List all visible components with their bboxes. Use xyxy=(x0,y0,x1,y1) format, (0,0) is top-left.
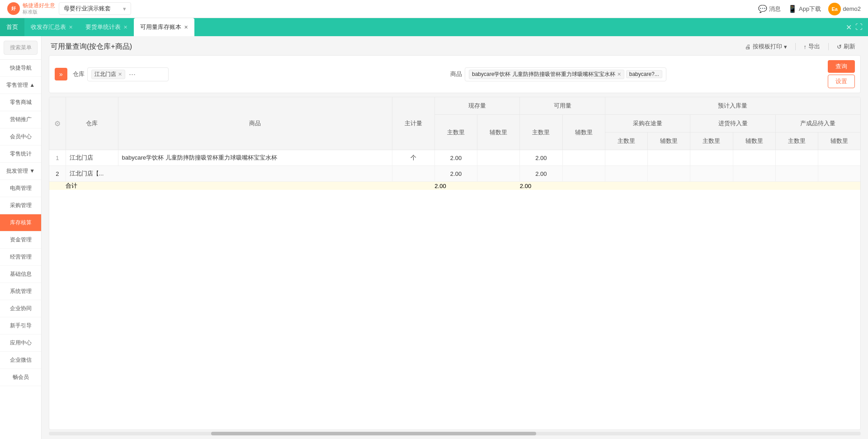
sidebar-item-inventory-check[interactable]: 库存核算 xyxy=(0,214,41,231)
filter-toggle-button[interactable]: » xyxy=(55,68,67,80)
col-purchase-transit-group-header: 采购在途量 xyxy=(605,115,690,132)
filter-actions: 查询 设置 xyxy=(828,60,855,88)
col-stock-main-header: 主数里 xyxy=(434,115,477,150)
sidebar-item-quick-nav[interactable]: 快捷导航 xyxy=(0,60,41,77)
logo-text: 畅捷通好生意 xyxy=(23,2,55,9)
total-purchase-transit-main xyxy=(605,182,647,190)
group-purchase-transit-main xyxy=(605,166,647,182)
template-print-label: 按模板打印 xyxy=(753,42,782,51)
industry-label: 母婴行业演示账套 xyxy=(64,5,111,13)
col-settings-header[interactable]: ⚙ xyxy=(49,97,66,150)
settings-button[interactable]: 设置 xyxy=(828,75,855,88)
print-icon: 🖨 xyxy=(745,43,751,50)
sidebar-item-marketing[interactable]: 营销推广 xyxy=(0,111,41,128)
row-avail-main: 2.00 xyxy=(520,150,562,166)
settings-gear-icon[interactable]: ⚙ xyxy=(54,120,61,127)
sidebar-search-area: 搜索菜单 xyxy=(0,36,41,60)
sidebar-item-vip-member[interactable]: 畅会员 xyxy=(0,369,41,386)
sidebar-item-ops-mgmt[interactable]: 经营管理 xyxy=(0,249,41,266)
logo-icon: 好 xyxy=(7,2,20,15)
group-incoming-main xyxy=(690,166,733,182)
tab-close-icon[interactable]: ✕ xyxy=(69,24,73,30)
sidebar-item-retail-mgmt[interactable]: 零售管理 ▲ xyxy=(0,77,41,94)
total-incoming-main xyxy=(690,182,733,190)
col-warehouse-header: 仓库 xyxy=(66,97,118,150)
inventory-table: ⚙ 仓库 商品 主计量 现存量 可用量 预计入库量 主数里 辅数里 主数里 辅数… xyxy=(49,97,860,190)
total-finished-main xyxy=(775,182,818,190)
fullscreen-button[interactable]: ⛶ xyxy=(855,23,863,31)
product-tag-2: babycare?... xyxy=(626,70,662,78)
col-avail-main-header: 主数里 xyxy=(520,115,562,150)
industry-selector[interactable]: 母婴行业演示账套 ▾ xyxy=(59,2,131,15)
sidebar-item-system-mgmt[interactable]: 系统管理 xyxy=(0,283,41,300)
product-tag-1-remove[interactable]: ✕ xyxy=(617,71,621,77)
tab-available-inventory[interactable]: 可用量库存账本 ✕ xyxy=(134,18,194,36)
total-purchase-transit-aux xyxy=(648,182,690,190)
sidebar-item-app-center[interactable]: 应用中心 xyxy=(0,335,41,352)
logo-subtext: 标准版 xyxy=(23,9,55,15)
col-finished-aux-header: 辅数里 xyxy=(818,132,860,150)
sidebar-item-wholesale-mgmt[interactable]: 批发管理 ▼ xyxy=(0,163,41,180)
col-available-group-header: 可用量 xyxy=(520,97,605,115)
sidebar-item-finance-mgmt[interactable]: 资金管理 xyxy=(0,231,41,249)
tab-close-icon[interactable]: ✕ xyxy=(123,24,127,30)
message-button[interactable]: 💬 消息 xyxy=(758,5,781,13)
sidebar: 搜索菜单 快捷导航 零售管理 ▲ 零售商城 营销推广 会员中心 零售统计 批发管… xyxy=(0,36,42,439)
scrollbar-thumb[interactable] xyxy=(211,432,536,435)
sidebar-item-basic-info[interactable]: 基础信息 xyxy=(0,266,41,283)
row-product: babycare学饮杯 儿童防摔防撞吸管杯重力球吸嘴杯宝宝水杯 xyxy=(118,150,392,166)
warehouse-filter-group: 仓库 江北门店 ✕ ··· xyxy=(73,67,445,81)
sidebar-item-enterprise-collab[interactable]: 企业协同 xyxy=(0,300,41,317)
export-label: 导出 xyxy=(808,42,820,51)
sidebar-item-new-guide[interactable]: 新手引导 xyxy=(0,317,41,335)
warehouse-filter-input[interactable]: 江北门店 ✕ ··· xyxy=(87,67,169,81)
more-icon[interactable]: ··· xyxy=(127,70,137,79)
col-finished-group-header: 产成品待入量 xyxy=(775,115,860,132)
row-finished-main xyxy=(775,150,818,166)
horizontal-scrollbar[interactable] xyxy=(49,432,861,435)
row-purchase-transit-main xyxy=(605,150,647,166)
row-incoming-main xyxy=(690,150,733,166)
product-filter-input[interactable]: babycare学饮杯 儿童防摔防撞吸管杯重力球吸嘴杯宝宝水杯 ✕ babyca… xyxy=(465,67,666,81)
tab-order-stats[interactable]: 要货单统计表 ✕ xyxy=(79,18,134,36)
tab-receive-pay[interactable]: 收发存汇总表 ✕ xyxy=(24,18,79,36)
tab-close-icon[interactable]: ✕ xyxy=(184,24,188,30)
query-button[interactable]: 查询 xyxy=(828,60,855,73)
col-forecast-group-header: 预计入库量 xyxy=(605,97,860,115)
group-finished-aux xyxy=(818,166,860,182)
template-print-button[interactable]: 🖨 按模板打印 ▾ xyxy=(741,41,791,52)
col-finished-main-header: 主数里 xyxy=(775,132,818,150)
divider xyxy=(828,43,829,50)
total-avail-main: 2.00 xyxy=(520,182,562,190)
total-stock-main: 2.00 xyxy=(434,182,477,190)
sidebar-search-button[interactable]: 搜索菜单 xyxy=(4,41,38,55)
tab-receive-pay-label: 收发存汇总表 xyxy=(31,23,66,31)
warehouse-tag-remove[interactable]: ✕ xyxy=(118,71,122,77)
user-menu[interactable]: Ea demo2 xyxy=(828,3,861,15)
export-icon: ↑ xyxy=(804,43,807,50)
total-avail-aux xyxy=(562,182,605,190)
col-stock-group-header: 现存量 xyxy=(434,97,519,115)
chevron-down-icon: ▾ xyxy=(123,5,126,12)
export-button[interactable]: ↑ 导出 xyxy=(800,41,824,52)
sidebar-item-ecommerce-mgmt[interactable]: 电商管理 xyxy=(0,180,41,197)
col-incoming-group-header: 进货待入量 xyxy=(690,115,775,132)
total-label: 合计 xyxy=(66,182,434,190)
page-actions: 🖨 按模板打印 ▾ ↑ 导出 ↺ 刷新 xyxy=(741,41,859,52)
group-purchase-transit-aux xyxy=(648,166,690,182)
row-warehouse: 江北门店 xyxy=(66,150,118,166)
sidebar-item-retail-mall[interactable]: 零售商城 xyxy=(0,94,41,111)
tab-bar-end: ✕ ⛶ xyxy=(846,23,868,32)
tab-home[interactable]: 首页 xyxy=(0,18,24,36)
refresh-button[interactable]: ↺ 刷新 xyxy=(833,41,859,52)
sidebar-item-retail-stats[interactable]: 零售统计 xyxy=(0,146,41,163)
scrollbar-area xyxy=(42,430,868,439)
sidebar-item-purchase-mgmt[interactable]: 采购管理 xyxy=(0,197,41,214)
app-download-button[interactable]: 📱 App下载 xyxy=(788,5,821,13)
refresh-label: 刷新 xyxy=(844,42,855,51)
total-incoming-aux xyxy=(733,182,775,190)
sidebar-item-member-center[interactable]: 会员中心 xyxy=(0,128,41,146)
group-incoming-aux xyxy=(733,166,775,182)
close-all-tabs-button[interactable]: ✕ xyxy=(846,23,852,32)
sidebar-item-enterprise-wechat[interactable]: 企业微信 xyxy=(0,352,41,369)
